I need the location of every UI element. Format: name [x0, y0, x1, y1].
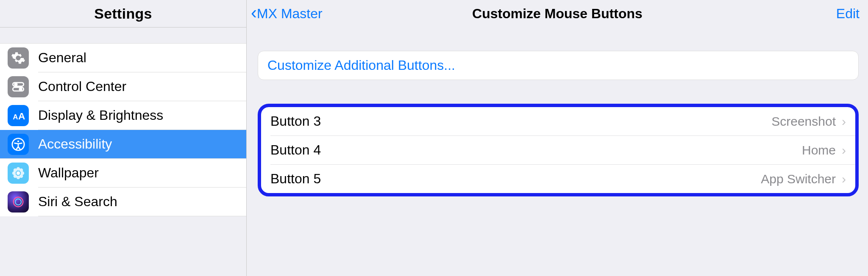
svg-point-14 — [19, 168, 23, 172]
gear-icon — [8, 47, 29, 69]
sidebar-item-label: Display & Brightness — [38, 108, 163, 123]
toggles-icon — [8, 76, 29, 97]
mouse-button-row-3[interactable]: Button 3 Screenshot › — [261, 107, 855, 135]
sidebar-item-label: Wallpaper — [38, 165, 99, 181]
customize-additional-buttons-row[interactable]: Customize Additional Buttons... — [258, 51, 858, 80]
mouse-button-value: Home — [802, 143, 836, 157]
sidebar-list: General Control Center — [0, 43, 246, 216]
accessibility-icon — [8, 134, 29, 155]
sidebar-item-label: Siri & Search — [38, 194, 117, 210]
sidebar-item-accessibility[interactable]: Accessibility — [0, 130, 246, 158]
svg-point-18 — [15, 199, 21, 204]
sidebar-title: Settings — [94, 6, 152, 22]
mouse-button-label: Button 3 — [270, 113, 321, 129]
sidebar-header: Settings — [0, 0, 246, 28]
back-button[interactable]: ‹ MX Master — [251, 0, 323, 28]
mouse-button-label: Button 4 — [270, 142, 321, 158]
sidebar-item-general[interactable]: General — [0, 44, 246, 72]
spacer — [258, 80, 859, 104]
flower-icon — [8, 163, 29, 184]
chevron-right-icon: › — [842, 172, 846, 186]
sidebar-item-wallpaper[interactable]: Wallpaper — [0, 159, 246, 187]
customize-additional-group: Customize Additional Buttons... — [258, 51, 859, 80]
chevron-left-icon: ‹ — [251, 4, 257, 22]
sidebar-item-control-center[interactable]: Control Center — [0, 72, 246, 101]
svg-text:A: A — [13, 113, 18, 121]
chevron-right-icon: › — [842, 114, 846, 129]
siri-icon — [8, 191, 29, 213]
mouse-button-value: App Switcher — [761, 172, 836, 186]
page-title: Customize Mouse Buttons — [472, 6, 643, 22]
chevron-right-icon: › — [842, 143, 846, 157]
mouse-button-row-5[interactable]: Button 5 App Switcher › — [261, 165, 855, 193]
svg-text:A: A — [18, 110, 25, 121]
sidebar-spacer — [0, 28, 246, 43]
svg-point-7 — [17, 140, 19, 142]
mouse-button-row-4[interactable]: Button 4 Home › — [261, 136, 855, 164]
customize-additional-buttons-label: Customize Additional Buttons... — [267, 58, 455, 73]
sidebar-item-label: Control Center — [38, 79, 126, 94]
divider — [38, 216, 246, 216]
sidebar-item-display-brightness[interactable]: AA Display & Brightness — [0, 101, 246, 130]
sidebar-item-siri-search[interactable]: Siri & Search — [0, 188, 246, 216]
svg-point-8 — [17, 171, 20, 175]
app-root: Settings General — [0, 0, 868, 276]
detail-pane: ‹ MX Master Customize Mouse Buttons Edit… — [247, 0, 868, 276]
text-size-icon: AA — [8, 105, 29, 126]
mouse-button-value: Screenshot — [771, 114, 836, 129]
svg-point-1 — [15, 83, 17, 86]
nav-bar: ‹ MX Master Customize Mouse Buttons Edit — [247, 0, 868, 28]
sidebar-item-label: General — [38, 50, 86, 66]
svg-point-15 — [14, 174, 17, 178]
svg-point-16 — [19, 174, 23, 178]
settings-sidebar: Settings General — [0, 0, 247, 276]
svg-point-3 — [19, 88, 22, 90]
sidebar-item-label: Accessibility — [38, 136, 112, 152]
mouse-buttons-group: Button 3 Screenshot › Button 4 Home › Bu… — [258, 104, 859, 196]
detail-body: Customize Additional Buttons... Button 3… — [247, 28, 868, 196]
mouse-button-label: Button 5 — [270, 171, 321, 187]
edit-button[interactable]: Edit — [836, 6, 860, 22]
svg-point-13 — [14, 168, 17, 172]
back-label: MX Master — [257, 6, 323, 22]
